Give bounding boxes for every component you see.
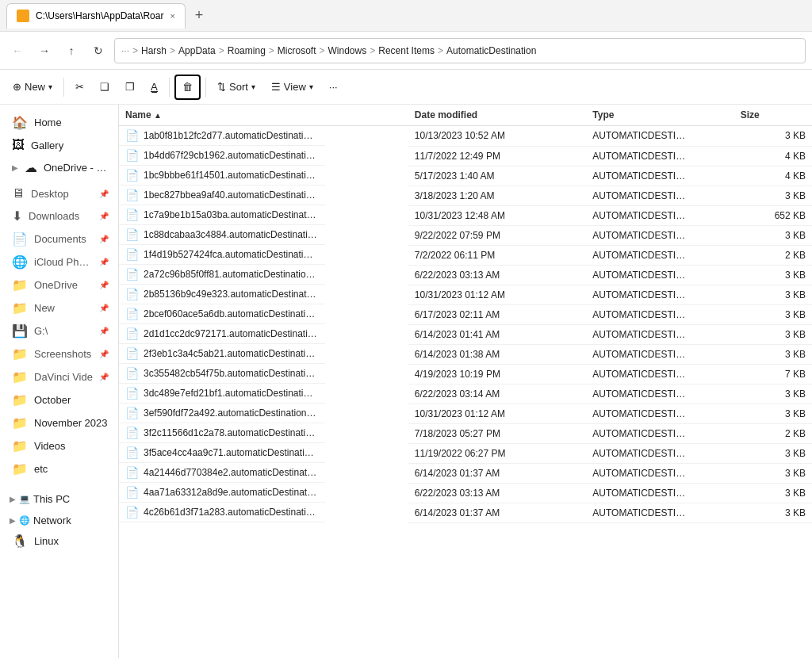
sidebar-item-label: G:\	[34, 325, 48, 337]
breadcrumb-recent[interactable]: Recent Items	[378, 45, 435, 56]
breadcrumb-roaming[interactable]: Roaming	[228, 45, 266, 56]
breadcrumb-windows[interactable]: Windows	[328, 45, 367, 56]
file-name: 1c88dcabaa3c4884.automaticDestination…	[144, 229, 318, 240]
breadcrumb-microsoft[interactable]: Microsoft	[278, 45, 316, 56]
table-row[interactable]: 📄 4a21446d770384e2.automaticDestinatio… …	[119, 463, 812, 483]
table-row[interactable]: 📄 4c26b61d3f71a283.automaticDestination……	[119, 503, 812, 522]
column-size[interactable]: Size	[734, 105, 812, 126]
sidebar-section-thispc[interactable]: ▶ 💻 This PC	[0, 487, 118, 508]
sidebar-item-november[interactable]: 📁 November 2023	[0, 411, 118, 434]
table-row[interactable]: 📄 1c88dcabaa3c4884.automaticDestination……	[119, 225, 812, 245]
sidebar-item-onedrive[interactable]: ▶ ☁ OneDrive - Perso	[0, 156, 118, 179]
new-button[interactable]: ⊕ New ▾	[6, 75, 59, 100]
sidebar-item-etc[interactable]: 📁 etc	[0, 457, 118, 480]
sidebar-item-screenshots[interactable]: 📁 Screenshots 📌	[0, 342, 118, 365]
sidebar-item-documents[interactable]: 📄 Documents 📌	[0, 228, 118, 251]
etc-icon: 📁	[12, 461, 28, 476]
table-row[interactable]: 📄 2bcef060ace5a6db.automaticDestination……	[119, 304, 812, 324]
forward-button[interactable]: →	[33, 40, 56, 62]
documents-icon: 📄	[12, 231, 28, 247]
table-row[interactable]: 📄 2f3eb1c3a4c5ab21.automaticDestination……	[119, 344, 812, 364]
active-tab[interactable]: C:\Users\Harsh\AppData\Roar ×	[6, 3, 186, 29]
rename-button[interactable]: A̲	[144, 75, 164, 100]
more-icon: ···	[329, 81, 338, 93]
home-icon: 🏠	[12, 115, 28, 130]
breadcrumb-auto[interactable]: AutomaticDestination	[446, 45, 536, 56]
column-type[interactable]: Type	[586, 105, 733, 126]
file-name: 1bec827bbea9af40.automaticDestination…	[144, 189, 318, 201]
new-label: New	[25, 81, 45, 93]
file-size: 3 KB	[734, 404, 812, 423]
table-row[interactable]: 📄 2b85136b9c49e323.automaticDestination……	[119, 285, 812, 304]
sidebar-item-icloud[interactable]: 🌐 iCloud Photo 📌	[0, 251, 118, 274]
pin-icon: 📌	[99, 281, 109, 289]
paste-button[interactable]: ❒	[119, 75, 141, 100]
refresh-button[interactable]: ↻	[87, 40, 109, 62]
file-type: AUTOMATICDESTI…	[586, 126, 733, 147]
breadcrumb-appdata[interactable]: AppData	[178, 45, 216, 56]
table-row[interactable]: 📄 4aa71a63312a8d9e.automaticDestination……	[119, 483, 812, 503]
file-size: 3 KB	[734, 483, 812, 503]
sidebar-item-label: Videos	[34, 440, 66, 452]
file-type: AUTOMATICDESTI…	[586, 483, 733, 503]
back-button[interactable]: ←	[6, 40, 29, 62]
sidebar-section-network[interactable]: ▶ 🌐 Network	[0, 508, 118, 530]
file-icon: 📄	[125, 228, 139, 241]
file-type: AUTOMATICDESTI…	[586, 304, 733, 324]
table-row[interactable]: 📄 1bc9bbbe61f14501.automaticDestination……	[119, 166, 812, 186]
table-row[interactable]: 📄 3f2c11566d1c2a78.automaticDestination……	[119, 423, 812, 443]
file-size: 3 KB	[734, 285, 812, 304]
table-row[interactable]: 📄 3c355482cb54f75b.automaticDestination……	[119, 364, 812, 384]
table-row[interactable]: 📄 3dc489e7efd21bf1.automaticDestination……	[119, 384, 812, 404]
table-row[interactable]: 📄 3ef590fdf72a492.automaticDestinations-…	[119, 404, 812, 423]
pin-icon: 📌	[99, 304, 109, 312]
november-icon: 📁	[12, 415, 28, 430]
file-icon: 📄	[125, 327, 139, 340]
sidebar-item-label: Gallery	[31, 140, 63, 151]
desktop-icon: 🖥	[12, 186, 25, 201]
tab-close-button[interactable]: ×	[170, 11, 174, 21]
table-row[interactable]: 📄 1c7a9be1b15a03ba.automaticDestinatio… …	[119, 205, 812, 225]
column-name[interactable]: Name ▲	[119, 105, 408, 126]
cut-button[interactable]: ✂	[69, 75, 90, 100]
table-row[interactable]: 📄 1bec827bbea9af40.automaticDestination……	[119, 186, 812, 205]
new-tab-button[interactable]: +	[189, 7, 210, 24]
sidebar-item-linux[interactable]: 🐧 Linux	[0, 530, 118, 553]
delete-button[interactable]: 🗑	[174, 75, 201, 100]
table-row[interactable]: 📄 1b4dd67f29cb1962.automaticDestinatio… …	[119, 146, 812, 166]
sidebar-item-desktop[interactable]: 🖥 Desktop 📌	[0, 182, 118, 205]
file-size: 3 KB	[734, 503, 812, 522]
table-row[interactable]: 📄 3f5ace4cc4aa9c71.automaticDestinations…	[119, 443, 812, 463]
sidebar-item-new[interactable]: 📁 New 📌	[0, 296, 118, 319]
table-row[interactable]: 📄 2a72c96b85f0ff81.automaticDestinations…	[119, 265, 812, 285]
up-button[interactable]: ↑	[60, 40, 82, 62]
file-name: 4a21446d770384e2.automaticDestinatio…	[144, 467, 318, 478]
sidebar-item-label: Desktop	[31, 188, 69, 200]
table-row[interactable]: 📄 2d1d1cc2dc972171.automaticDestinatio… …	[119, 324, 812, 344]
sidebar-item-home[interactable]: 🏠 Home	[0, 111, 118, 134]
sidebar-item-downloads[interactable]: ⬇ Downloads 📌	[0, 205, 118, 228]
table-row[interactable]: 📄 1ab0f81b12fc2d77.automaticDestination……	[119, 126, 812, 147]
file-icon: 📄	[125, 486, 139, 499]
table-row[interactable]: 📄 1f4d19b527424fca.automaticDestination……	[119, 245, 812, 265]
sidebar-item-october[interactable]: 📁 October	[0, 388, 118, 411]
sort-button[interactable]: ⇅ Sort ▾	[211, 75, 262, 100]
sort-chevron-icon: ▾	[251, 82, 255, 91]
copy-button[interactable]: ❑	[94, 75, 116, 100]
breadcrumb-dots: ···	[121, 45, 129, 56]
more-button[interactable]: ···	[323, 75, 344, 100]
sidebar-item-gallery[interactable]: 🖼 Gallery	[0, 134, 118, 156]
file-date: 11/19/2022 06:27 PM	[408, 443, 586, 463]
column-date[interactable]: Date modified	[408, 105, 586, 126]
sidebar-item-videos[interactable]: 📁 Videos	[0, 434, 118, 457]
view-button[interactable]: ☰ View ▾	[265, 75, 320, 100]
file-icon: 📄	[125, 446, 139, 459]
sidebar-item-davinci[interactable]: 📁 DaVinci Vide 📌	[0, 365, 118, 388]
file-size: 3 KB	[734, 324, 812, 344]
file-icon: 📄	[125, 407, 139, 419]
file-icon: 📄	[125, 129, 139, 142]
breadcrumb-harsh[interactable]: Harsh	[141, 45, 167, 56]
sidebar-item-onedrive2[interactable]: 📁 OneDrive 📌	[0, 274, 118, 296]
sidebar-item-gdrive[interactable]: 💾 G:\ 📌	[0, 319, 118, 342]
breadcrumb[interactable]: ··· > Harsh > AppData > Roaming > Micros…	[114, 38, 806, 63]
